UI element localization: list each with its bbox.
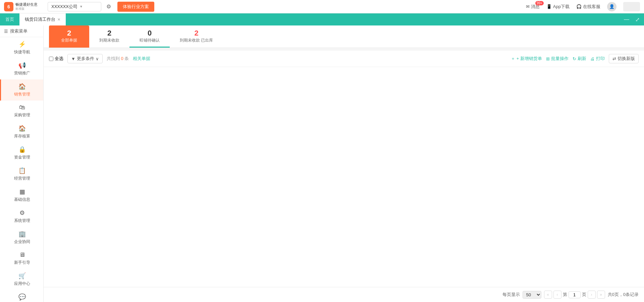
refresh-icon: ↻ xyxy=(573,56,576,61)
tab-maximize-icon[interactable]: ⤢ xyxy=(633,15,641,23)
stat-tab-shipped[interactable]: 2 到期未收款 已出库 xyxy=(170,25,223,48)
batch-action-button[interactable]: ⊞ 批量操作 xyxy=(546,56,569,62)
prev-page-button[interactable]: ‹ xyxy=(553,291,561,299)
add-sales-label: + 新增销货单 xyxy=(517,56,542,62)
stats-tabs: 2 全部单据 2 到期未收款 0 旺铺待确认 2 到期未收款 已出库 xyxy=(44,25,644,48)
more-filters-button[interactable]: ▼ 更多条件 ∨ xyxy=(67,54,103,63)
refresh-button[interactable]: ↻ 刷新 xyxy=(573,56,586,62)
toolbar-right: ＋ + 新增销货单 ⊞ 批量操作 ↻ 刷新 🖨 打印 ⇄ 切换新版 xyxy=(511,54,639,63)
sidebar-item-beginner[interactable]: 🖥 新手引导 xyxy=(0,248,43,269)
online-service-label: 在线客服 xyxy=(583,4,600,10)
app-download-item[interactable]: 📱 App下载 xyxy=(546,4,570,10)
logo-text: 畅捷通好生意 xyxy=(15,2,38,7)
select-all-checkbox[interactable]: 全选 xyxy=(49,56,63,62)
sidebar-item-system[interactable]: ⚙ 系统管理 xyxy=(0,206,43,227)
sidebar-item-finance-label: 资金管理 xyxy=(14,155,30,160)
logo-icon: 6 xyxy=(4,2,13,11)
purchase-icon: 🛍 xyxy=(19,104,25,111)
stat-shipped-count: 2 xyxy=(195,29,199,38)
sidebar-item-finance[interactable]: 🔒 资金管理 xyxy=(0,142,43,164)
company-dropdown-arrow: ▼ xyxy=(79,5,83,8)
experience-button[interactable]: 体验行业方案 xyxy=(117,2,154,12)
sidebar-item-quick-nav[interactable]: ⚡ 快捷导航 xyxy=(0,37,43,58)
system-icon: ⚙ xyxy=(19,209,25,217)
sidebar-item-operations[interactable]: 📋 经营管理 xyxy=(0,164,43,185)
stat-wangpu-count: 0 xyxy=(148,29,152,38)
stat-all-count: 2 xyxy=(67,29,71,38)
sidebar-item-sales[interactable]: 🏠 销售管理 xyxy=(0,79,43,101)
sidebar-item-enterprise[interactable]: 🏢 企业协同 xyxy=(0,227,43,248)
switch-version-button[interactable]: ⇄ 切换新版 xyxy=(609,54,639,63)
page-label: 第 xyxy=(563,292,567,298)
filter-icon: ▼ xyxy=(71,56,75,61)
sidebar-item-wechat[interactable]: 💬 企业微信 xyxy=(0,290,43,302)
toolbar-left: 全选 ▼ 更多条件 ∨ 共找到 0 条 相关单据 xyxy=(49,54,150,63)
sidebar-item-basic-info-label: 基础信息 xyxy=(14,197,30,202)
avatar[interactable]: 👤 xyxy=(607,2,616,11)
top-header: 6 畅捷通好生意 标准版 XXXXXX公司 ▼ ⚙ 体验行业方案 ✉ 消息 99… xyxy=(0,0,644,13)
online-service-item[interactable]: 🎧 在线客服 xyxy=(576,4,600,10)
stat-shipped-label: 到期未收款 已出库 xyxy=(180,38,213,43)
stat-overdue-count: 2 xyxy=(107,29,111,38)
related-records-link[interactable]: 相关单据 xyxy=(133,56,150,62)
print-button[interactable]: 🖨 打印 xyxy=(590,56,605,62)
stat-tab-wangpu[interactable]: 0 旺铺待确认 xyxy=(129,25,170,48)
batch-icon: ⊞ xyxy=(546,56,550,61)
sidebar-item-sales-label: 销售管理 xyxy=(14,92,30,97)
tab-minimize-icon[interactable]: — xyxy=(623,15,631,23)
stat-wangpu-label: 旺铺待确认 xyxy=(140,38,160,43)
stat-all-label: 全部单据 xyxy=(61,38,77,43)
sidebar-item-system-label: 系统管理 xyxy=(14,218,30,224)
switch-icon: ⇄ xyxy=(612,56,616,61)
wechat-icon: 💬 xyxy=(18,293,26,301)
page-size-label: 每页显示 xyxy=(502,292,520,298)
sidebar: ☰ 搜索菜单 ⚡ 快捷导航 📢 营销推广 🏠 销售管理 🛍 采购管理 🏠 库存核… xyxy=(0,25,44,302)
finance-icon: 🔒 xyxy=(18,146,26,153)
sidebar-item-quick-nav-label: 快捷导航 xyxy=(14,49,30,55)
stat-tab-overdue[interactable]: 2 到期未收款 xyxy=(89,25,129,48)
page-nav: « ‹ 第 页 › » xyxy=(544,291,605,299)
search-menu[interactable]: ☰ 搜索菜单 xyxy=(0,25,43,37)
print-icon: 🖨 xyxy=(590,56,595,61)
logo-area: 6 畅捷通好生意 标准版 xyxy=(4,2,48,11)
user-name-area xyxy=(623,2,640,11)
add-icon: ＋ xyxy=(511,56,515,62)
first-page-button[interactable]: « xyxy=(544,291,552,299)
sidebar-item-enterprise-label: 企业协同 xyxy=(14,239,30,245)
page-number-input[interactable] xyxy=(569,291,581,298)
quick-nav-icon: ⚡ xyxy=(18,41,26,48)
filter-dropdown-icon: ∨ xyxy=(96,56,99,61)
more-filters-label: 更多条件 xyxy=(77,56,94,62)
marketing-icon: 📢 xyxy=(18,62,26,69)
app-download-label: App下载 xyxy=(553,4,570,10)
sidebar-item-marketing[interactable]: 📢 营销推广 xyxy=(0,58,43,79)
online-service-icon: 🎧 xyxy=(576,4,582,9)
total-records-text: 共0页，0条记录 xyxy=(608,292,639,298)
next-page-button[interactable]: › xyxy=(588,291,596,299)
tab-close-icon[interactable]: ✕ xyxy=(57,17,60,22)
tab-home[interactable]: 首页 xyxy=(0,13,19,25)
tab-workbench-label: 钱货日清工作台 xyxy=(25,16,55,22)
stat-tab-all[interactable]: 2 全部单据 xyxy=(49,25,89,48)
sidebar-item-app-center[interactable]: 🛒 应用中心 xyxy=(0,269,43,290)
found-text: 共找到 0 条 xyxy=(107,56,129,62)
page-suffix: 页 xyxy=(582,292,586,298)
toolbar: 全选 ▼ 更多条件 ∨ 共找到 0 条 相关单据 ＋ + 新增销货单 xyxy=(44,51,644,67)
tab-bar: 首页 钱货日清工作台 ✕ — ⤢ xyxy=(0,13,644,25)
company-name: XXXXXX公司 xyxy=(51,4,77,10)
switch-label: 切换新版 xyxy=(618,56,635,62)
select-all-input[interactable] xyxy=(49,57,53,61)
add-sales-order-button[interactable]: ＋ + 新增销货单 xyxy=(511,56,542,62)
tab-workbench[interactable]: 钱货日清工作台 ✕ xyxy=(19,13,66,25)
company-selector[interactable]: XXXXXX公司 ▼ xyxy=(48,2,101,11)
batch-label: 批量操作 xyxy=(551,56,569,62)
sidebar-item-inventory[interactable]: 🏠 库存核算 xyxy=(0,121,43,142)
sidebar-item-basic-info[interactable]: ▦ 基础信息 xyxy=(0,185,43,206)
message-item[interactable]: ✉ 消息 99+ xyxy=(526,4,540,10)
sidebar-item-operations-label: 经营管理 xyxy=(14,176,30,181)
settings-icon[interactable]: ⚙ xyxy=(104,2,113,11)
tab-home-label: 首页 xyxy=(5,16,14,22)
sidebar-item-purchase[interactable]: 🛍 采购管理 xyxy=(0,101,43,121)
last-page-button[interactable]: » xyxy=(597,291,605,299)
page-size-select[interactable]: 50 100 200 xyxy=(523,291,541,299)
